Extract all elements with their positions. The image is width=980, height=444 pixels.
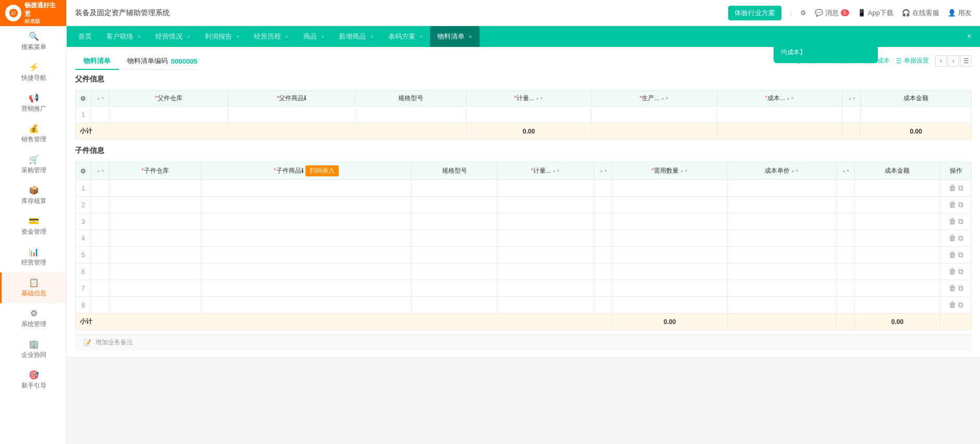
copy-icon-row-6[interactable]: ⧉ <box>958 267 963 276</box>
sidebar-item-guide[interactable]: 🎯新手引导 <box>0 365 66 395</box>
finance-icon: 💳 <box>29 216 39 226</box>
child-subtotal-row: 小计 0.00 0.00 <box>76 314 972 330</box>
tab-close-经营情况[interactable]: × <box>187 33 190 40</box>
child-col-sort3: ▲▼ <box>836 162 854 180</box>
nav-tab-首页[interactable]: 首页 <box>71 26 99 47</box>
child-table: ⚙ ▲▼ *子件仓库 *子件商品ℹ 扫码录入 规格型号 *计量...▲▼ ▲▼ … <box>75 162 972 330</box>
parent-col-config[interactable]: ⚙ <box>76 91 91 106</box>
parent-subtotal-row: 小计 0.00 0.00 <box>76 123 972 140</box>
nav-tab-客户联络[interactable]: 客户联络× <box>99 26 148 47</box>
child-row-2: 2 🗑 ⧉ <box>76 197 972 213</box>
nav-next[interactable]: › <box>948 55 959 67</box>
nav-menu[interactable]: ☰ <box>960 55 972 67</box>
sidebar-item-system[interactable]: ⚙系统管理 <box>0 303 66 334</box>
delete-icon-row-2[interactable]: 🗑 <box>949 200 956 209</box>
child-row-6: 6 🗑 ⧉ <box>76 263 972 280</box>
copy-icon-row-2[interactable]: ⧉ <box>958 200 963 209</box>
copy-icon-row-4[interactable]: ⧉ <box>958 234 963 243</box>
parent-col-cost-amount: 成本金额 <box>861 91 972 106</box>
child-row-7: 7 🗑 ⧉ <box>76 280 972 297</box>
sidebar: 好 畅捷通好生意 标准版 🔍搜索菜单⚡快捷导航📢营销推广💰销售管理🛒采购管理📦库… <box>0 0 67 444</box>
headset-icon: 🎧 <box>902 9 910 17</box>
delete-icon-row-8[interactable]: 🗑 <box>949 301 956 309</box>
sub-tab-list[interactable]: 物料清单 <box>75 53 119 70</box>
close-all-tabs[interactable]: × <box>963 32 976 41</box>
settings-icon: ☰ <box>896 57 902 65</box>
parent-table: ⚙ ▲▼ *父件仓库 *父件商品ℹ 规格型号 *计量...▲▼ *生产...▲▼… <box>75 90 972 140</box>
sidebar-item-operations[interactable]: 📊经营管理 <box>0 242 66 272</box>
copy-icon-row-8[interactable]: ⧉ <box>958 301 963 309</box>
phone-icon: 📱 <box>858 9 866 17</box>
bottom-bar: 📝 增加业务备注 <box>75 334 972 350</box>
tab-close-商品[interactable]: × <box>321 33 324 40</box>
header-actions: 体验行业方案 | ⚙ 💬 消息 6 📱 App下载 🎧 在线客服 👤 用友 <box>728 6 972 20</box>
sidebar-item-sales[interactable]: 💰销售管理 <box>0 118 66 149</box>
nav-tab-经营历程[interactable]: 经营历程× <box>247 26 296 47</box>
inventory-icon: 📦 <box>29 185 39 195</box>
nav-tab-条码方案[interactable]: 条码方案× <box>381 26 430 47</box>
sidebar-item-marketing[interactable]: 📢营销推广 <box>0 88 66 118</box>
online-service-action[interactable]: 🎧 在线客服 <box>902 8 939 18</box>
nav-tab-利润报告[interactable]: 利润报告× <box>198 26 247 47</box>
tab-close-条码方案[interactable]: × <box>420 33 423 40</box>
nav-prev[interactable]: ‹ <box>935 55 947 67</box>
message-action[interactable]: 💬 消息 6 <box>815 8 849 18</box>
quick-nav-icon: ⚡ <box>29 62 39 72</box>
copy-icon-row-3[interactable]: ⧉ <box>958 217 963 226</box>
tab-close-利润报告[interactable]: × <box>236 33 239 40</box>
purchase-icon: 🛒 <box>29 154 39 164</box>
parent-col-spec: 规格型号 <box>356 91 467 106</box>
sidebar-item-enterprise[interactable]: 🏢企业协同 <box>0 334 66 365</box>
sales-icon: 💰 <box>29 124 39 134</box>
child-col-product: *子件商品ℹ 扫码录入 <box>201 162 411 180</box>
child-col-unit: *计量...▲▼ <box>497 162 594 180</box>
copy-icon-row-1[interactable]: ⧉ <box>958 184 963 193</box>
sidebar-item-quick-nav[interactable]: ⚡快捷导航 <box>0 57 66 88</box>
delete-icon-row-4[interactable]: 🗑 <box>949 234 956 243</box>
nav-tab-新增商品[interactable]: 新增商品× <box>332 26 381 47</box>
trial-button[interactable]: 体验行业方案 <box>728 6 781 20</box>
tab-close-经营历程[interactable]: × <box>285 33 288 40</box>
settings-header-icon[interactable]: ⚙ <box>800 9 806 17</box>
copy-icon-row-7[interactable]: ⧉ <box>958 284 963 293</box>
parent-col-warehouse: *父件仓库 <box>109 91 228 106</box>
system-icon: ⚙ <box>30 308 38 318</box>
app-download-action[interactable]: 📱 App下载 <box>858 8 893 18</box>
child-col-warehouse: *子件仓库 <box>109 162 201 180</box>
search-icon: 🔍 <box>29 31 39 41</box>
delete-icon-row-6[interactable]: 🗑 <box>949 267 956 276</box>
sub-tab-code: 物料清单编码 0000005 <box>119 53 198 69</box>
sidebar-item-purchase[interactable]: 🛒采购管理 <box>0 149 66 180</box>
single-settings-btn[interactable]: ☰ 单据设置 <box>896 56 929 65</box>
delete-icon-row-1[interactable]: 🗑 <box>949 184 956 193</box>
tab-close-客户联络[interactable]: × <box>138 33 141 40</box>
tab-close-物料清单[interactable]: × <box>469 33 472 40</box>
copy-icon-row-5[interactable]: ⧉ <box>958 250 963 259</box>
sidebar-nav: 🔍搜索菜单⚡快捷导航📢营销推广💰销售管理🛒采购管理📦库存核算💳资金管理📊经营管理… <box>0 26 66 444</box>
guide-icon: 🎯 <box>29 370 39 380</box>
child-col-config[interactable]: ⚙ <box>76 162 91 180</box>
page-wrapper: 物料清单 物料清单编码 0000005 ▶ 视频 ⌨ 快捷键 <box>67 47 980 356</box>
sidebar-logo-text: 畅捷通好生意 标准版 <box>24 2 61 25</box>
system-title: 装备及固定资产辅助管理系统 <box>75 8 722 18</box>
scan-button[interactable]: 扫码录入 <box>305 165 339 176</box>
sidebar-item-finance[interactable]: 💳资金管理 <box>0 211 66 242</box>
sidebar-item-inventory[interactable]: 📦库存核算 <box>0 180 66 211</box>
child-col-quantity: *需用数量▲▼ <box>612 162 727 180</box>
delete-icon-row-5[interactable]: 🗑 <box>949 250 956 259</box>
child-row-8: 8 🗑 ⧉ <box>76 297 972 314</box>
tab-close-新增商品[interactable]: × <box>370 33 373 40</box>
user-action[interactable]: 👤 用友 <box>948 8 972 18</box>
nav-tab-物料清单[interactable]: 物料清单× <box>430 26 479 47</box>
sidebar-item-search[interactable]: 🔍搜索菜单 <box>0 26 66 57</box>
nav-tab-商品[interactable]: 商品× <box>296 26 332 47</box>
parent-col-production: *生产...▲▼ <box>592 91 717 106</box>
delete-icon-row-3[interactable]: 🗑 <box>949 217 956 226</box>
message-badge: 6 <box>841 9 849 16</box>
nav-tab-经营情况[interactable]: 经营情况× <box>148 26 197 47</box>
child-col-spec: 规格型号 <box>411 162 497 180</box>
cost-tooltip: × 您的父件、子件的成本取值可以选择【参考成本、最新进价、平均成本】 <box>774 47 878 63</box>
delete-icon-row-7[interactable]: 🗑 <box>949 284 956 293</box>
parent-col-sort2: ▲▼ <box>842 91 861 106</box>
sidebar-item-basic-info[interactable]: 📋基础信息 <box>0 272 66 303</box>
